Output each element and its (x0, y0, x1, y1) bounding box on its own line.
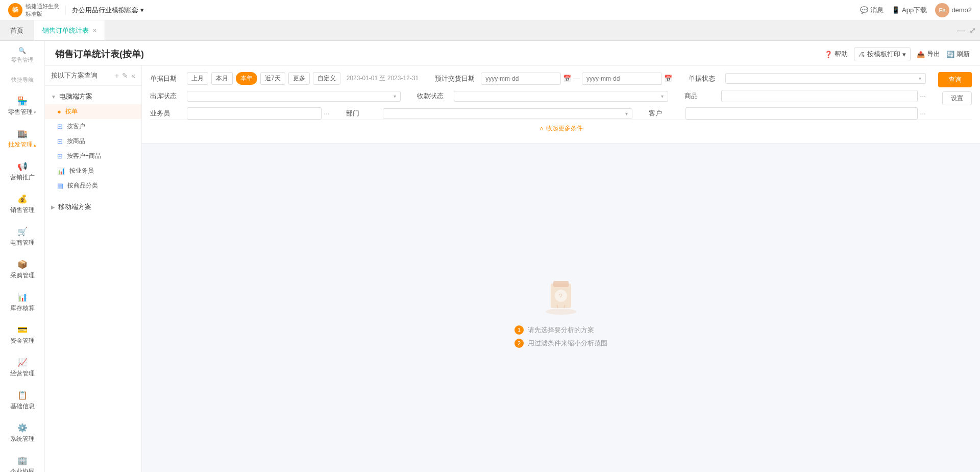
collapse-scheme-button[interactable]: « (131, 72, 135, 80)
scheme-item-by-cust-prod[interactable]: ⊞ 按客户+商品 (45, 149, 141, 163)
customer-more-icon[interactable]: ··· (920, 109, 926, 117)
ship-status-arrow-icon: ▾ (394, 93, 396, 99)
grid-scheme-icon2: ⊞ (57, 137, 63, 145)
date-more-btn[interactable]: 更多 (288, 72, 310, 85)
purchase-icon: 📦 (17, 259, 28, 269)
date-custom-btn[interactable]: 自定义 (313, 72, 340, 85)
scheme-item-by-product[interactable]: ⊞ 按商品 (45, 134, 141, 149)
collapse-filter-bar[interactable]: ∧ 收起更多条件 (150, 120, 972, 137)
sidebar-item-marketing[interactable]: 📢 营销推广 (0, 155, 44, 188)
date-this-month-btn[interactable]: 本月 (211, 72, 233, 85)
sidebar-item-inventory[interactable]: 📊 库存核算 (0, 286, 44, 319)
sidebar: 🔍 零售管理 快捷导航 🏪 零售管理 ▾ 🏬 批发管理 ▴ 📢 营销推广 💰 (0, 41, 45, 472)
query-button[interactable]: 查询 (938, 72, 972, 87)
sidebar-item-quick-nav: 快捷导航 (0, 70, 44, 90)
grid-scheme-icon: ⊞ (57, 123, 63, 130)
empty-hint-1: 1 请先选择要分析的方案 (514, 325, 607, 335)
minimize-icon[interactable]: — (957, 26, 965, 35)
date-last-7-days-btn[interactable]: 近7天 (260, 72, 285, 85)
sidebar-item-system[interactable]: ⚙️ 系统管理 (0, 417, 44, 450)
account-selector[interactable]: 办公用品行业模拟账套 ▾ (65, 6, 144, 15)
phone-icon: 📱 (892, 6, 900, 14)
retail-icon: 🏪 (17, 96, 28, 106)
collapse-icon: ∧ (539, 125, 546, 132)
predict-date-start-input[interactable] (481, 73, 561, 85)
ops-icon: 📈 (17, 358, 28, 367)
dept-select[interactable]: ▾ (383, 108, 632, 119)
filter-row-2: 出库状态 ▾ 收款状态 ▾ 商品 (150, 90, 926, 102)
maximize-icon[interactable]: ⤢ (969, 26, 976, 35)
chart-scheme-icon: 📊 (57, 167, 65, 175)
product-more-icon[interactable]: ··· (920, 92, 926, 100)
product-input[interactable] (721, 90, 918, 102)
print-button[interactable]: 🖨 按模板打印 ▾ (854, 47, 911, 61)
mobile-scheme-section: ▶ 移动端方案 (45, 196, 141, 218)
filter-area: 单据日期 上月 本月 本年 近7天 更多 自定义 2023-01-01 至 20… (142, 66, 980, 144)
pc-scheme-section: ▼ 电脑端方案 ● 按单 ⊞ 按客户 ⊞ 按商品 (45, 86, 141, 196)
date-last-month-btn[interactable]: 上月 (187, 72, 208, 85)
edit-scheme-button[interactable]: ✎ (122, 72, 128, 80)
scheme-panel-icons: + ✎ « (115, 72, 135, 80)
main-layout: 🔍 零售管理 快捷导航 🏪 零售管理 ▾ 🏬 批发管理 ▴ 📢 营销推广 💰 (0, 41, 980, 472)
refresh-button[interactable]: 🔄 刷新 (946, 50, 970, 59)
ship-status-select[interactable]: ▾ (187, 91, 401, 102)
marketing-icon: 📢 (17, 161, 28, 171)
hint-num-1: 1 (514, 325, 524, 335)
settings-button[interactable]: 设置 (942, 91, 972, 105)
add-scheme-button[interactable]: + (115, 72, 119, 80)
tab-close-icon[interactable]: × (93, 27, 96, 34)
predict-date-end-input[interactable] (582, 73, 662, 85)
logo-area: 畅 畅捷通好生意 标准版 (8, 3, 59, 17)
pc-section-header[interactable]: ▼ 电脑端方案 (45, 89, 141, 104)
empty-hints: 1 请先选择要分析的方案 2 用过滤条件来缩小分析范围 (514, 325, 607, 348)
scheme-item-by-customer[interactable]: ⊞ 按客户 (45, 119, 141, 134)
finance-icon: 💳 (17, 325, 28, 335)
data-panel: 单据日期 上月 本月 本年 近7天 更多 自定义 2023-01-01 至 20… (142, 66, 980, 472)
help-button[interactable]: ❓ 帮助 (824, 50, 848, 59)
salesman-input[interactable] (187, 107, 322, 120)
scheme-item-by-category[interactable]: ▤ 按商品分类 (45, 178, 141, 193)
filter-row-1: 单据日期 上月 本月 本年 近7天 更多 自定义 2023-01-01 至 20… (150, 72, 926, 85)
svg-point-0 (546, 309, 576, 315)
customer-input[interactable] (685, 107, 918, 120)
tab-bar: 首页 销售订单统计表 × — ⤢ (0, 20, 980, 41)
sidebar-item-sales[interactable]: 💰 销售管理 (0, 188, 44, 221)
tab-sales-order-stats[interactable]: 销售订单统计表 × (34, 20, 105, 40)
svg-rect-2 (553, 281, 569, 287)
chevron-up-icon: ▴ (34, 143, 36, 148)
calendar-icon2[interactable]: 📅 (664, 75, 672, 82)
corp-icon: 🏢 (17, 456, 28, 465)
search-icon: 🔍 (18, 47, 26, 54)
logo-icon: 畅 (8, 3, 22, 17)
svg-text:?: ? (559, 293, 562, 300)
calendar-icon[interactable]: 📅 (563, 75, 571, 82)
expand-icon: ▼ (51, 94, 56, 100)
status-select[interactable]: ▾ (725, 73, 926, 84)
scheme-panel: 按以下方案查询 + ✎ « ▼ 电脑端方案 ● 按单 (45, 66, 142, 472)
mobile-section-header[interactable]: ▶ 移动端方案 (45, 199, 141, 215)
sidebar-item-finance[interactable]: 💳 资金管理 (0, 319, 44, 351)
sidebar-item-retail[interactable]: 🏪 零售管理 ▾ (0, 90, 44, 123)
sidebar-item-corp[interactable]: 🏢 企业协同 (0, 450, 44, 472)
scheme-item-by-salesman[interactable]: 📊 按业务员 (45, 163, 141, 178)
sidebar-item-ecommerce[interactable]: 🛒 电商管理 (0, 221, 44, 253)
sidebar-search-item[interactable]: 🔍 零售管理 (0, 41, 44, 70)
wholesale-icon: 🏬 (17, 129, 28, 138)
date-this-year-btn[interactable]: 本年 (236, 72, 257, 85)
user-profile[interactable]: Ea demo2 (935, 3, 972, 17)
salesman-more-icon[interactable]: ··· (324, 109, 330, 117)
chevron-down-icon: ▾ (902, 51, 906, 58)
export-button[interactable]: 📤 导出 (917, 50, 940, 59)
sidebar-item-ops[interactable]: 📈 经营管理 (0, 351, 44, 384)
scheme-item-by-order[interactable]: ● 按单 (45, 104, 141, 119)
refresh-icon: 🔄 (946, 51, 954, 58)
sidebar-item-basic[interactable]: 📋 基础信息 (0, 384, 44, 417)
chevron-down-icon: ▾ (34, 110, 36, 115)
basic-icon: 📋 (17, 390, 28, 400)
app-download-button[interactable]: 📱 App下载 (892, 6, 927, 15)
sidebar-item-wholesale[interactable]: 🏬 批发管理 ▴ (0, 123, 44, 155)
receipt-status-select[interactable]: ▾ (454, 91, 668, 102)
sidebar-item-purchase[interactable]: 📦 采购管理 (0, 253, 44, 286)
tab-home[interactable]: 首页 (0, 20, 34, 40)
message-button[interactable]: 💬 消息 (860, 6, 884, 15)
